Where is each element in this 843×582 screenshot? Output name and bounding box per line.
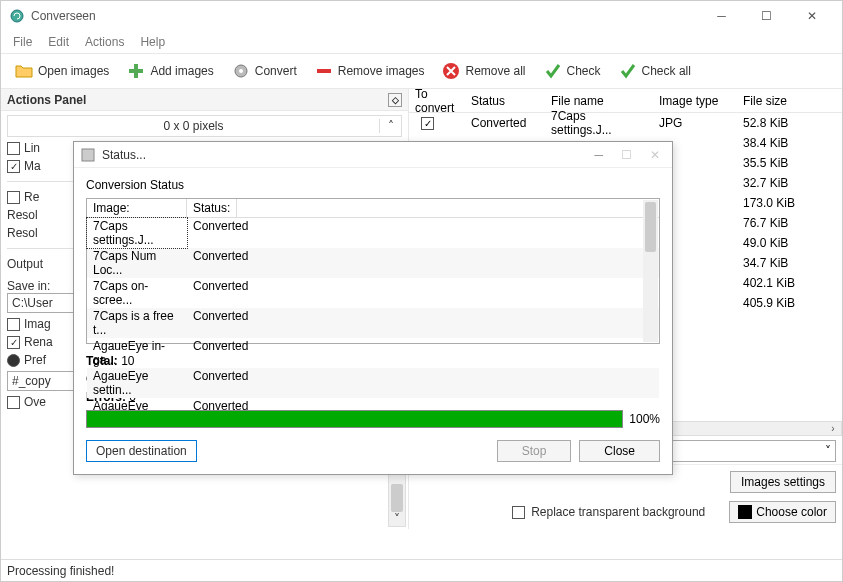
list-col-image: Image:: [87, 199, 187, 217]
menu-help[interactable]: Help: [132, 33, 173, 51]
check-label: Check: [567, 64, 601, 78]
ma-label: Ma: [24, 159, 41, 173]
status-dialog: Status... ─ ☐ ✕ Conversion Status Image:…: [73, 141, 673, 475]
check-all-icon: [619, 62, 637, 80]
lin-label: Lin: [24, 141, 40, 155]
svg-rect-7: [82, 149, 94, 161]
list-item[interactable]: 7Caps Num Loc...Converted: [87, 248, 659, 278]
open-destination-button[interactable]: Open destination: [86, 440, 197, 462]
remove-images-label: Remove images: [338, 64, 425, 78]
dialog-minimize-button[interactable]: ─: [594, 148, 603, 162]
svg-rect-2: [129, 69, 143, 73]
maximize-button[interactable]: ☐: [744, 2, 789, 30]
replace-bg-checkbox[interactable]: [512, 506, 525, 519]
list-col-status: Status:: [187, 199, 237, 217]
folder-icon: [15, 62, 33, 80]
list-item[interactable]: 7Caps is a free t...Converted: [87, 308, 659, 338]
titlebar: Converseen ─ ☐ ✕: [1, 1, 842, 31]
dialog-close-button[interactable]: ✕: [650, 148, 660, 162]
add-images-label: Add images: [150, 64, 213, 78]
row-checkbox[interactable]: [421, 117, 434, 130]
close-dialog-button[interactable]: Close: [579, 440, 660, 462]
progress-bar: [86, 410, 623, 428]
lin-checkbox[interactable]: [7, 142, 20, 155]
app-icon: [9, 8, 25, 24]
plus-icon: [127, 62, 145, 80]
images-settings-button[interactable]: Images settings: [730, 471, 836, 493]
list-item[interactable]: AgaueEye in-ga...Converted: [87, 338, 659, 368]
statusbar: Processing finished!: [1, 559, 842, 581]
table-row[interactable]: Converted 7Caps settings.J... JPG 52.8 K…: [409, 113, 842, 133]
minus-icon: [315, 62, 333, 80]
imag-label: Imag: [24, 317, 51, 331]
imag-checkbox[interactable]: [7, 318, 20, 331]
re-checkbox[interactable]: [7, 191, 20, 204]
svg-rect-5: [317, 69, 331, 73]
minimize-button[interactable]: ─: [699, 2, 744, 30]
remove-images-button[interactable]: Remove images: [307, 60, 433, 82]
open-images-button[interactable]: Open images: [7, 60, 117, 82]
window-title: Converseen: [31, 9, 96, 23]
rena-checkbox[interactable]: [7, 336, 20, 349]
convert-button[interactable]: Convert: [224, 60, 305, 82]
re-label: Re: [24, 190, 39, 204]
dialog-icon: [80, 147, 96, 163]
convert-label: Convert: [255, 64, 297, 78]
actions-panel-title: Actions Panel ◇: [1, 89, 408, 111]
check-button[interactable]: Check: [536, 60, 609, 82]
svg-point-0: [11, 10, 23, 22]
ove-label: Ove: [24, 395, 46, 409]
color-swatch: [738, 505, 752, 519]
remove-all-icon: [442, 62, 460, 80]
rena-label: Rena: [24, 335, 53, 349]
choose-color-button[interactable]: Choose color: [729, 501, 836, 523]
ove-checkbox[interactable]: [7, 396, 20, 409]
list-item[interactable]: 7Caps on-scree...Converted: [87, 278, 659, 308]
replace-bg-label: Replace transparent background: [531, 505, 705, 519]
pref-radio[interactable]: [7, 354, 20, 367]
menu-actions[interactable]: Actions: [77, 33, 132, 51]
stop-button[interactable]: Stop: [497, 440, 572, 462]
menubar: File Edit Actions Help: [1, 31, 842, 53]
gear-icon: [232, 62, 250, 80]
svg-point-4: [239, 69, 243, 73]
dimensions-field: 0 x 0 pixels ˄: [7, 115, 402, 137]
dialog-title: Status...: [102, 148, 146, 162]
check-all-button[interactable]: Check all: [611, 60, 699, 82]
list-item[interactable]: 7Caps settings.J...Converted: [87, 218, 659, 248]
panel-detach-icon[interactable]: ◇: [388, 93, 402, 107]
check-icon: [544, 62, 562, 80]
open-images-label: Open images: [38, 64, 109, 78]
list-scrollbar[interactable]: [643, 200, 658, 342]
chevron-up-icon[interactable]: ˄: [379, 119, 401, 133]
dialog-heading: Conversion Status: [86, 178, 660, 192]
remove-all-button[interactable]: Remove all: [434, 60, 533, 82]
conversion-list[interactable]: Image: Status: 7Caps settings.J...Conver…: [86, 198, 660, 344]
list-item[interactable]: AgaueEye settin...Converted: [87, 368, 659, 398]
check-all-label: Check all: [642, 64, 691, 78]
left-scrollbar[interactable]: ˅: [388, 467, 406, 527]
pref-label: Pref: [24, 353, 46, 367]
ma-checkbox[interactable]: [7, 160, 20, 173]
dialog-maximize-button[interactable]: ☐: [621, 148, 632, 162]
remove-all-label: Remove all: [465, 64, 525, 78]
close-button[interactable]: ✕: [789, 2, 834, 30]
toolbar: Open images Add images Convert Remove im…: [1, 53, 842, 89]
menu-file[interactable]: File: [5, 33, 40, 51]
add-images-button[interactable]: Add images: [119, 60, 221, 82]
menu-edit[interactable]: Edit: [40, 33, 77, 51]
